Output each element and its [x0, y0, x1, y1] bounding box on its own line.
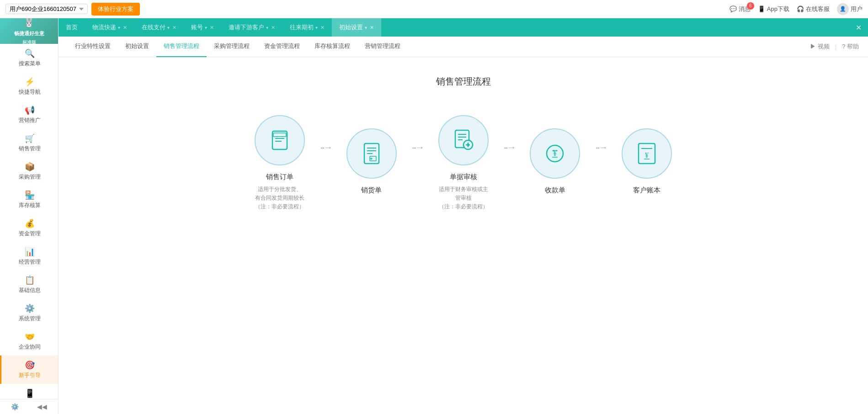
sys-mgmt-icon: ⚙️	[25, 303, 35, 313]
flow-arrow: ···→	[591, 142, 610, 153]
flow-steps: 销售订单适用于分批发货、有合同发货周期较长（注：非必要流程）···→ 销货单··…	[243, 115, 683, 212]
sidebar-item-enterprise-coop[interactable]: 🤝企业协同	[0, 327, 58, 356]
step-name-receipt: 收款单	[545, 186, 565, 195]
svg-text:¥: ¥	[553, 149, 557, 158]
nav-tab-物流快递[interactable]: 物流快递 ▾ ✕	[85, 18, 134, 37]
online-service-item[interactable]: 🎧 在线客服	[797, 5, 830, 13]
nav-tab-在线支付[interactable]: 在线支付 ▾ ✕	[134, 18, 184, 37]
sidebar-label-basic-info: 基础信息	[19, 287, 41, 294]
flow-title: 销售管理流程	[436, 75, 491, 88]
sidebar-item-finance-mgmt[interactable]: 💰资金管理	[0, 214, 58, 242]
flow-arrow: ···→	[316, 142, 335, 153]
basic-info-icon: 📋	[25, 275, 35, 285]
flow-step-receipt[interactable]: ¥ 收款单	[518, 128, 591, 198]
sidebar-label-inventory: 库存核算	[19, 202, 41, 209]
flow-arrow: ···→	[500, 142, 519, 153]
sub-tab-采购管理流程[interactable]: 采购管理流程	[207, 37, 257, 57]
sub-tabs: 行业特性设置初始设置销售管理流程采购管理流程资金管理流程库存核算流程营销管理流程…	[59, 37, 868, 57]
step-name-doc-review: 单据审核	[450, 173, 477, 181]
sidebar-label-search: 搜索菜单	[19, 60, 41, 68]
sidebar-item-marketing-promo[interactable]: 📢营销推广	[0, 101, 58, 129]
sidebar-item-purchase-mgmt[interactable]: 📦采购管理	[0, 157, 58, 186]
nav-tabs: 首页物流快递 ▾ ✕在线支付 ▾ ✕账号 ▾ ✕邀请下游客户 ▾ ✕往来期初 ▾…	[59, 18, 868, 37]
nav-tab-label: 邀请下游客户	[229, 23, 264, 32]
step-circle-sales-order	[255, 115, 305, 165]
enterprise-coop-icon: 🤝	[25, 332, 35, 342]
sub-tab-资金管理流程[interactable]: 资金管理流程	[257, 37, 307, 57]
headset-icon: 🎧	[797, 5, 804, 12]
app-download-item[interactable]: 📱 App下载	[758, 5, 789, 13]
step-name-sales-invoice: 销货单	[361, 186, 382, 195]
sub-tab-库存核算流程[interactable]: 库存核算流程	[307, 37, 357, 57]
collapse-icon[interactable]: ◀◀	[37, 403, 47, 410]
tab-close-btn[interactable]: ✕	[172, 25, 176, 31]
quick-nav-icon: ⚡	[25, 77, 35, 87]
svg-rect-4	[273, 133, 286, 137]
tab-close-btn[interactable]: ✕	[320, 25, 325, 31]
sidebar-bottom: ⚙️ ◀◀	[0, 399, 58, 414]
tab-arrow: ▾	[205, 25, 207, 30]
inventory-icon: 🏪	[25, 190, 35, 200]
tab-arrow: ▾	[365, 25, 367, 30]
svg-point-19	[467, 143, 469, 146]
app-subtitle: 标准版	[22, 39, 36, 46]
sidebar-item-sys-mgmt[interactable]: ⚙️系统管理	[0, 299, 58, 327]
tab-arrow: ▾	[167, 25, 170, 30]
search-icon: 🔍	[25, 48, 35, 58]
flow-step-doc-review[interactable]: 单据审核适用于财务审核或主管审核（注：非必要流程）	[427, 115, 500, 212]
sidebar-label-sys-mgmt: 系统管理	[19, 315, 41, 323]
tab-close-btn[interactable]: ✕	[271, 25, 275, 31]
flow-step-customer-ledger[interactable]: ¥ 客户账本	[610, 128, 683, 198]
tab-arrow: ▾	[315, 25, 318, 30]
sub-tab-初始设置[interactable]: 初始设置	[118, 37, 156, 57]
tab-arrow: ▾	[266, 25, 268, 30]
sub-tab-营销管理流程[interactable]: 营销管理流程	[357, 37, 408, 57]
tab-close-btn[interactable]: ✕	[123, 25, 127, 31]
sidebar-item-newbie-guide[interactable]: 🎯新手引导	[0, 356, 58, 384]
logo-icon: 🐰	[23, 18, 35, 27]
online-service-label: 在线客服	[806, 5, 830, 13]
sidebar-item-basic-info[interactable]: 📋基础信息	[0, 271, 58, 299]
sidebar-item-search[interactable]: 🔍搜索菜单	[0, 44, 58, 72]
user-selector[interactable]: 用户690企业1660120507	[5, 4, 88, 14]
nav-tab-账号[interactable]: 账号 ▾ ✕	[184, 18, 221, 37]
experience-button[interactable]: 体验行业方案	[91, 3, 140, 16]
nav-tab-邀请下游客户[interactable]: 邀请下游客户 ▾ ✕	[221, 18, 282, 37]
settings-icon[interactable]: ⚙️	[11, 403, 19, 410]
sidebar-logo: 🐰 畅捷通好生意 标准版	[0, 18, 58, 44]
help-link[interactable]: ? 帮助	[842, 42, 859, 51]
marketing-promo-icon: 📢	[25, 105, 35, 115]
sidebar-item-quick-nav[interactable]: ⚡快捷导航	[0, 72, 58, 101]
flow-step-sales-order[interactable]: 销售订单适用于分批发货、有合同发货周期较长（注：非必要流程）	[243, 115, 316, 212]
step-name-customer-ledger: 客户账本	[633, 186, 660, 195]
video-link[interactable]: ▶ 视频	[810, 42, 830, 51]
tab-close-btn[interactable]: ✕	[370, 25, 374, 31]
play-icon: ▶	[810, 43, 816, 50]
tab-close-btn[interactable]: ✕	[210, 25, 214, 31]
sub-tab-行业特性设置[interactable]: 行业特性设置	[68, 37, 118, 57]
sidebar: 🐰 畅捷通好生意 标准版 🔍搜索菜单⚡快捷导航📢营销推广🛒销售管理📦采购管理🏪库…	[0, 18, 59, 414]
step-name-sales-order: 销售订单	[266, 173, 293, 181]
nav-tab-初始设置[interactable]: 初始设置 ▾ ✕	[332, 18, 381, 37]
sidebar-label-purchase-mgmt: 采购管理	[19, 173, 41, 181]
svg-text:¥: ¥	[645, 151, 649, 159]
sub-tab-销售管理流程[interactable]: 销售管理流程	[156, 37, 207, 57]
nav-tab-往来期初[interactable]: 往来期初 ▾ ✕	[282, 18, 332, 37]
sidebar-item-sales-mgmt[interactable]: 🛒销售管理	[0, 129, 58, 157]
sidebar-label-quick-nav: 快捷导航	[19, 88, 41, 96]
sidebar-item-operations[interactable]: 📊经营管理	[0, 242, 58, 271]
message-item[interactable]: 💬 消息 6	[730, 5, 751, 13]
sidebar-label-marketing-promo: 营销推广	[19, 117, 41, 124]
close-all-tabs[interactable]: ✕	[849, 23, 868, 32]
sidebar-item-app-center[interactable]: 📱应用中心	[0, 384, 58, 399]
app-center-icon: 📱	[25, 388, 35, 398]
header-right: 💬 消息 6 📱 App下载 🎧 在线客服 👤 用户	[730, 3, 863, 15]
sidebar-item-inventory[interactable]: 🏪库存核算	[0, 186, 58, 214]
flow-step-sales-invoice[interactable]: 销货单	[335, 128, 408, 198]
nav-tab-首页[interactable]: 首页	[59, 18, 85, 37]
user-profile-item[interactable]: 👤 用户	[837, 3, 863, 15]
user-name-label: 用户	[851, 5, 863, 13]
sales-mgmt-icon: 🛒	[25, 133, 35, 143]
step-desc-doc-review: 适用于财务审核或主管审核（注：非必要流程）	[439, 185, 488, 212]
step-circle-doc-review	[438, 115, 489, 165]
